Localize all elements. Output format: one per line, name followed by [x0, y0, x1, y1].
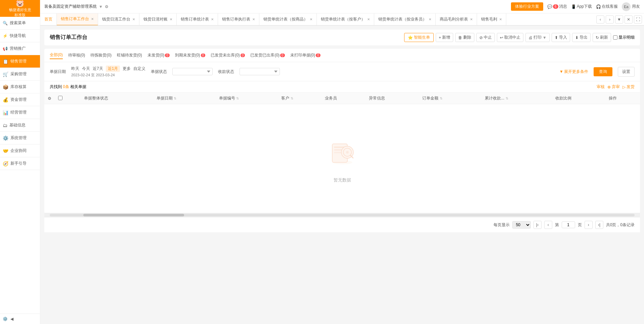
stop-btn[interactable]: ⊘ 中止: [476, 33, 495, 42]
industry-btn[interactable]: 体验行业方案: [511, 2, 543, 11]
refresh-btn[interactable]: ↻ 刷新: [593, 33, 611, 42]
user-area[interactable]: Ea 用友: [622, 2, 640, 11]
tab-fullscreen-btn[interactable]: ⛶: [634, 15, 642, 24]
tab-next-btn[interactable]: ›: [606, 15, 614, 24]
show-detail-label[interactable]: 显示明细: [613, 35, 635, 40]
horizontal-scrollbar[interactable]: [44, 213, 640, 217]
sidebar-item-operations[interactable]: 📊经营管理: [0, 106, 40, 119]
tab-close-cash-reconcile[interactable]: ✕: [170, 17, 172, 21]
th-customer[interactable]: 客户 ⇅: [278, 93, 321, 104]
cancel-audit-btn[interactable]: ⊗ 弃审: [607, 84, 620, 90]
show-detail-checkbox[interactable]: [613, 35, 617, 40]
tab-sales-exec[interactable]: 销售订单执行表✕: [218, 13, 259, 26]
sidebar-item-purchase[interactable]: 🛒采购管理: [0, 68, 40, 81]
tab-sales-workbench[interactable]: 销售订单工作台✕: [57, 13, 98, 26]
export-btn[interactable]: ⬇ 导出: [572, 33, 591, 42]
date-opt-近1月[interactable]: 近1月: [106, 66, 120, 72]
prev-page-btn[interactable]: ‹: [544, 221, 552, 229]
tab-close-sales-stat[interactable]: ✕: [211, 17, 214, 21]
tab-cash-reconcile[interactable]: 钱货日清对账✕: [139, 13, 177, 26]
tab-home[interactable]: 首页: [40, 13, 57, 26]
tab-sales-stat3[interactable]: 销货单统计表（按客户）✕: [317, 13, 374, 26]
tab-close-sales-workbench[interactable]: ✕: [91, 17, 94, 21]
empty-illustration: [326, 134, 359, 174]
th-amount[interactable]: 订单金额 ⇅: [419, 93, 481, 104]
last-page-btn[interactable]: ›|: [595, 221, 603, 229]
sidebar-search[interactable]: 🔍 搜索菜单: [0, 17, 40, 30]
page-input[interactable]: [562, 221, 575, 228]
th-salesman[interactable]: 业务员: [321, 93, 366, 104]
tab-close-sales-rev[interactable]: ✕: [499, 17, 502, 21]
tab-prev-btn[interactable]: ‹: [596, 15, 604, 24]
th-no[interactable]: 单据编号 ⇅: [216, 93, 278, 104]
print-btn[interactable]: 🖨 打印 ▼: [525, 33, 550, 42]
import-btn[interactable]: ⬆ 导入: [552, 33, 570, 42]
tab-close-sales-exec[interactable]: ✕: [252, 17, 255, 21]
sidebar-marketing[interactable]: 📢 营销推广: [0, 42, 40, 55]
settings-icon[interactable]: ⚙: [105, 4, 109, 9]
message-icon[interactable]: 💬 6 消息: [547, 4, 567, 9]
query-btn[interactable]: 查询: [594, 67, 612, 76]
dropdown-arrow[interactable]: ▼: [99, 4, 103, 9]
sidebar-item-finance[interactable]: 💰资金管理: [0, 93, 40, 106]
tab-close-profit-analysis[interactable]: ✕: [470, 17, 473, 21]
sidebar-quicknav[interactable]: ⚡ 快捷导航: [0, 30, 40, 42]
cancel-stop-btn[interactable]: ↩ 取消中止: [497, 33, 523, 42]
scrollbar-thumb[interactable]: [83, 214, 184, 216]
sidebar-item-sales[interactable]: 📋销售管理: [0, 55, 40, 68]
filter-tab-sent-out[interactable]: 已发货已出库(0)0: [250, 52, 285, 59]
online-service[interactable]: 🎧 在线客服: [596, 4, 618, 9]
status-filter-select[interactable]: [172, 68, 213, 75]
tab-close-cash-daily[interactable]: ✕: [132, 17, 135, 21]
sidebar-item-guide[interactable]: 🧭新手引导: [0, 157, 40, 170]
next-page-btn[interactable]: ›: [585, 221, 593, 229]
tab-close-sales-stat2[interactable]: ✕: [310, 17, 312, 21]
tab-cash-daily[interactable]: 钱货日清工作台✕: [98, 13, 139, 26]
date-opt-更多[interactable]: 更多: [123, 66, 131, 72]
sidebar-item-system[interactable]: ⚙️系统管理: [0, 132, 40, 145]
filter-tab-wangpu[interactable]: 旺铺待发货(0): [117, 52, 142, 59]
delete-btn[interactable]: 🗑 删除: [455, 33, 474, 42]
sidebar-item-basic[interactable]: 🗂基础信息: [0, 119, 40, 132]
gear-icon[interactable]: ⚙: [48, 96, 51, 101]
tab-sales-stat2[interactable]: 销货单统计表（按商品）✕: [259, 13, 317, 26]
date-opt-昨天[interactable]: 昨天: [71, 66, 79, 72]
scrollbar-track[interactable]: [50, 214, 635, 216]
filter-tab-sent-unout[interactable]: 已发货未出库(0)0: [211, 52, 245, 59]
th-date[interactable]: 单据日期 ⇅: [153, 93, 216, 104]
tab-sales-rev[interactable]: 销售毛利✕: [477, 13, 506, 26]
filter-tab-all[interactable]: 全部(0): [50, 51, 63, 59]
audit-btn[interactable]: 审核: [597, 84, 605, 90]
app-download[interactable]: 📱 App下载: [571, 4, 592, 9]
expand-filter-btn[interactable]: ▼ 展开更多条件: [559, 69, 588, 75]
settings-icon[interactable]: ⚙️: [3, 317, 8, 321]
th-received[interactable]: 累计收款... ⇅: [481, 93, 552, 104]
tab-sales-stat4[interactable]: 销货单统计表（按业务员）✕: [374, 13, 436, 26]
tab-close-all-btn[interactable]: ✕: [625, 15, 633, 24]
tab-close-sales-stat3[interactable]: ✕: [367, 17, 370, 21]
tab-close-sales-stat4[interactable]: ✕: [429, 17, 431, 21]
filter-tab-expired[interactable]: 到期未发货(0)0: [175, 52, 205, 59]
tab-sales-stat[interactable]: 销售订单统计表✕: [177, 13, 218, 26]
tab-profit-analysis[interactable]: 商品毛利分析表✕: [436, 13, 477, 26]
date-opt-今天[interactable]: 今天: [82, 66, 90, 72]
date-opt-自定义[interactable]: 自定义: [133, 66, 145, 72]
filter-tab-pending-check[interactable]: 待拣验货(0): [90, 52, 112, 59]
smart-create-btn[interactable]: ⭐ 智能生单: [404, 33, 434, 42]
per-page-select[interactable]: 50 10 20 100: [512, 221, 531, 229]
tab-more-btn[interactable]: ▼: [615, 15, 623, 24]
first-page-btn[interactable]: |‹: [533, 221, 542, 229]
sidebar-item-enterprise[interactable]: 🤝企业协同: [0, 145, 40, 157]
print-dropdown[interactable]: ▼: [543, 35, 547, 40]
payment-filter-select[interactable]: [240, 68, 280, 75]
filter-tab-unsent[interactable]: 未发货(0)0: [147, 52, 170, 59]
filter-tab-unprinted[interactable]: 未打印单据(0)0: [290, 52, 320, 59]
add-btn[interactable]: + 新增: [436, 33, 453, 42]
filter-tab-pending[interactable]: 待审核(0): [68, 52, 85, 59]
send-btn[interactable]: ▷ 发货: [622, 84, 635, 90]
set-btn[interactable]: 设置: [618, 67, 635, 77]
date-opt-近7天[interactable]: 近7天: [93, 66, 103, 72]
collapse-icon[interactable]: ◀: [10, 317, 13, 321]
select-all-checkbox[interactable]: [58, 96, 62, 100]
sidebar-item-inventory[interactable]: 📦库存核算: [0, 81, 40, 93]
